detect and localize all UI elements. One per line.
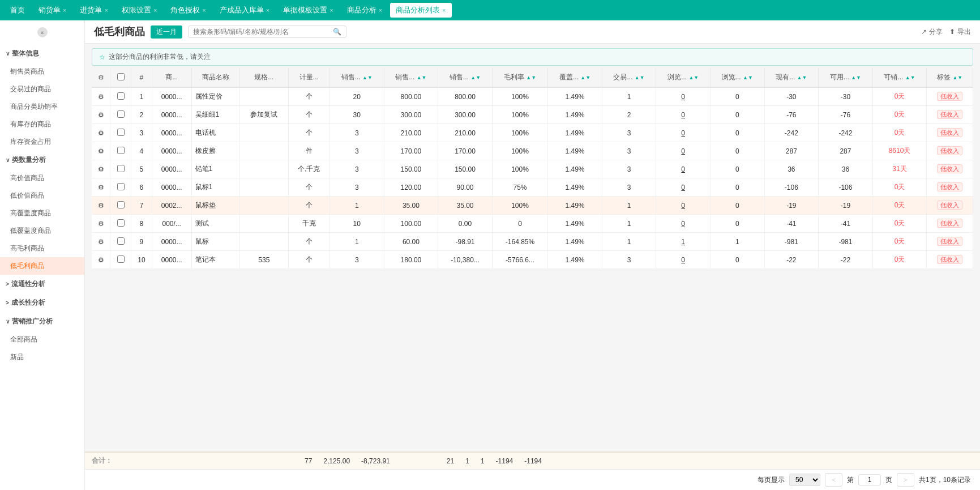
browse-link[interactable]: 0 [681, 256, 685, 264]
nav-item-商品分析[interactable]: 商品分析× [341, 3, 388, 18]
col-header-tradeCount[interactable]: 交易... ▲▼ [602, 68, 656, 87]
row-checkbox[interactable] [117, 219, 125, 227]
nav-item-权限设置[interactable]: 权限设置× [116, 3, 162, 18]
sidebar-item-低毛利商品[interactable]: 低毛利商品 [0, 257, 84, 275]
sidebar-item-低价值商品[interactable]: 低价值商品 [0, 187, 84, 204]
share-button[interactable]: ↗ 分享 [921, 27, 943, 37]
row-checkbox[interactable] [117, 92, 125, 100]
nav-item-商品分析列表[interactable]: 商品分析列表× [390, 3, 451, 18]
next-page-button[interactable]: ＞ [897, 473, 914, 487]
browse-link[interactable]: 0 [681, 184, 685, 191]
col-header-browse2[interactable]: 浏览... ▲▼ [710, 68, 764, 87]
close-icon[interactable]: × [266, 7, 269, 14]
browse-link[interactable]: 0 [681, 147, 685, 155]
sidebar-item-高覆盖度商品[interactable]: 高覆盖度商品 [0, 204, 84, 222]
close-icon[interactable]: × [63, 7, 66, 14]
export-button[interactable]: ⬆ 导出 [949, 27, 971, 37]
nav-item-进货单[interactable]: 进货单× [74, 3, 113, 18]
nav-item-角色授权[interactable]: 角色授权× [165, 3, 211, 18]
sidebar-item-商品分类助销率[interactable]: 商品分类助销率 [0, 98, 84, 116]
row-settings-btn[interactable]: ⚙ [92, 215, 110, 233]
col-header-spec[interactable]: 规格... [240, 68, 289, 87]
row-settings-btn[interactable]: ⚙ [92, 178, 110, 197]
page-size-select[interactable]: 50 100 200 [789, 474, 820, 486]
collapse-button[interactable]: « [37, 27, 48, 37]
col-header-saleAmt[interactable]: 销售... ▲▼ [384, 68, 438, 87]
close-icon[interactable]: × [153, 7, 157, 14]
row-settings-btn[interactable]: ⚙ [92, 106, 110, 124]
row-checkbox[interactable] [117, 237, 125, 245]
row-browse1[interactable]: 0 [656, 215, 711, 233]
nav-item-单据模板设置[interactable]: 单据模板设置× [277, 3, 339, 18]
col-header-current[interactable]: 现有... ▲▼ [764, 68, 819, 87]
row-settings-btn[interactable]: ⚙ [92, 251, 110, 269]
browse-link[interactable]: 0 [681, 165, 685, 173]
sidebar-group-整体信息[interactable]: ∨ 整体信息 [0, 44, 84, 63]
col-header-code[interactable]: 商... [152, 68, 191, 87]
row-browse1[interactable]: 0 [656, 124, 711, 142]
close-icon[interactable]: × [379, 7, 382, 14]
sidebar-item-低覆盖度商品[interactable]: 低覆盖度商品 [0, 222, 84, 240]
sidebar-group-流通性分析[interactable]: > 流通性分析 [0, 275, 84, 293]
col-header-browse1[interactable]: 浏览... ▲▼ [656, 68, 711, 87]
sidebar-item-库存资金占用[interactable]: 库存资金占用 [0, 133, 84, 151]
row-settings-btn[interactable]: ⚙ [92, 124, 110, 142]
row-browse1[interactable]: 0 [656, 106, 711, 124]
browse-link[interactable]: 0 [681, 93, 685, 101]
row-browse1[interactable]: 0 [656, 197, 711, 215]
nav-item-产成品入库单[interactable]: 产成品入库单× [214, 3, 275, 18]
col-header-saleQty[interactable]: 销售... ▲▼ [330, 68, 384, 87]
select-all-checkbox[interactable] [117, 73, 125, 80]
col-header-name[interactable]: 商品名称 [191, 68, 240, 87]
row-settings-btn[interactable]: ⚙ [92, 142, 110, 160]
row-checkbox[interactable] [117, 165, 125, 172]
row-checkbox[interactable] [117, 110, 125, 118]
col-header-num[interactable]: # [131, 68, 152, 87]
row-browse1[interactable]: 0 [656, 160, 711, 178]
col-header-unit[interactable]: 计量... [288, 68, 329, 87]
browse-link[interactable]: 1 [681, 238, 685, 246]
sidebar-item-高毛利商品[interactable]: 高毛利商品 [0, 240, 84, 257]
col-header-settings[interactable]: ⚙ [92, 68, 110, 87]
nav-item-首页[interactable]: 首页 [5, 3, 31, 18]
row-browse1[interactable]: 0 [656, 87, 711, 106]
row-settings-btn[interactable]: ⚙ [92, 197, 110, 215]
row-browse1[interactable]: 0 [656, 142, 711, 160]
sidebar-group-营销推广分析[interactable]: ∨ 营销推广分析 [0, 312, 84, 331]
row-checkbox[interactable] [117, 201, 125, 208]
close-icon[interactable]: × [202, 7, 206, 14]
col-header-grossRate[interactable]: 毛利率 ▲▼ [492, 68, 547, 87]
browse-link[interactable]: 0 [681, 220, 685, 228]
row-checkbox[interactable] [117, 255, 125, 263]
row-browse1[interactable]: 0 [656, 178, 711, 197]
sidebar-item-销售类商品[interactable]: 销售类商品 [0, 63, 84, 80]
sidebar-item-全部商品[interactable]: 全部商品 [0, 331, 84, 348]
row-checkbox[interactable] [117, 129, 125, 136]
browse-link[interactable]: 0 [681, 202, 685, 210]
row-settings-btn[interactable]: ⚙ [92, 87, 110, 106]
col-header-available[interactable]: 可用... ▲▼ [819, 68, 873, 87]
col-header-tag[interactable]: 标签 ▲▼ [927, 68, 973, 87]
close-icon[interactable]: × [104, 7, 108, 14]
col-header-saleable[interactable]: 可销... ▲▼ [872, 68, 927, 87]
sidebar-item-有库存的商品[interactable]: 有库存的商品 [0, 116, 84, 133]
sidebar-item-交易过的商品[interactable]: 交易过的商品 [0, 80, 84, 98]
row-browse1[interactable]: 1 [656, 233, 711, 251]
close-icon[interactable]: × [329, 7, 333, 14]
row-checkbox[interactable] [117, 147, 125, 154]
page-number-input[interactable] [858, 474, 881, 485]
row-settings-btn[interactable]: ⚙ [92, 160, 110, 178]
period-button[interactable]: 近一月 [151, 25, 182, 39]
row-browse1[interactable]: 0 [656, 251, 711, 269]
sidebar-item-新品[interactable]: 新品 [0, 348, 84, 366]
col-header-saleProfit[interactable]: 销售... ▲▼ [438, 68, 493, 87]
browse-link[interactable]: 0 [681, 129, 685, 137]
prev-page-button[interactable]: ＜ [825, 473, 842, 487]
row-checkbox[interactable] [117, 183, 125, 190]
search-input[interactable] [193, 28, 331, 36]
row-settings-btn[interactable]: ⚙ [92, 233, 110, 251]
sidebar-group-类数量分析[interactable]: ∨ 类数量分析 [0, 151, 84, 169]
browse-link[interactable]: 0 [681, 111, 685, 119]
sidebar-group-成长性分析[interactable]: > 成长性分析 [0, 293, 84, 312]
col-header-coverRate[interactable]: 覆盖... ▲▼ [548, 68, 602, 87]
